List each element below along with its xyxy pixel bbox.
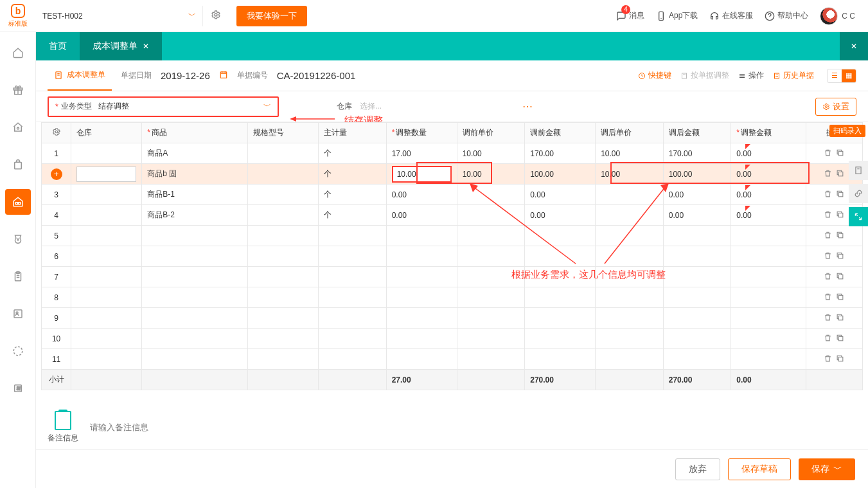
tab-home[interactable]: 首页 xyxy=(36,32,80,60)
cell-qty[interactable] xyxy=(386,226,457,246)
cell-warehouse[interactable] xyxy=(71,267,142,287)
rail-note-icon[interactable] xyxy=(849,161,868,180)
delete-icon[interactable] xyxy=(824,294,832,303)
settings-icon[interactable] xyxy=(203,10,229,22)
cell-qty[interactable] xyxy=(386,267,457,287)
tabs-close-all[interactable]: ✕ xyxy=(840,32,868,60)
gear-column-header[interactable] xyxy=(42,123,71,143)
cell-product[interactable] xyxy=(142,329,248,349)
nav-new-icon[interactable]: 新 xyxy=(5,375,31,401)
shortcut-link[interactable]: 快捷键 xyxy=(638,70,671,81)
copy-icon[interactable] xyxy=(836,170,844,179)
tab-cost-adjustment[interactable]: 成本调整单 ✕ xyxy=(80,32,162,60)
copy-icon[interactable] xyxy=(836,314,844,323)
cell-product[interactable]: 商品A xyxy=(142,143,248,164)
delete-icon[interactable] xyxy=(824,273,832,282)
cell-qty[interactable] xyxy=(386,287,457,308)
cell-adj-amount[interactable] xyxy=(731,267,806,287)
cell-product[interactable]: 商品B-1 xyxy=(142,185,248,205)
table-row[interactable]: 10 xyxy=(42,329,863,349)
remark-input[interactable] xyxy=(90,422,856,432)
nav-cloud-icon[interactable] xyxy=(5,114,31,140)
cell-spec[interactable] xyxy=(248,143,319,164)
cell-after-amount[interactable]: 170.00 xyxy=(663,143,731,164)
delete-icon[interactable] xyxy=(824,191,832,200)
table-row[interactable]: 5 xyxy=(42,226,863,246)
cell-qty[interactable]: 10.00 xyxy=(386,164,457,185)
table-row[interactable]: +商品b 固个10.0010.00100.0010.00100.000.00 xyxy=(42,164,863,185)
cell-spec[interactable] xyxy=(248,226,319,246)
cell-after-amount[interactable] xyxy=(663,308,731,329)
copy-icon[interactable] xyxy=(836,273,844,282)
delete-icon[interactable] xyxy=(824,212,832,221)
table-row[interactable]: 1商品A个17.0010.00170.0010.00170.000.00 xyxy=(42,143,863,164)
customer-service-link[interactable]: 在线客服 xyxy=(709,10,753,21)
copy-icon[interactable] xyxy=(836,191,844,200)
per-bill-link[interactable]: 按单据调整 xyxy=(680,70,729,81)
cell-spec[interactable] xyxy=(248,349,319,370)
nav-gift-icon[interactable] xyxy=(5,77,31,103)
add-row-button[interactable]: + xyxy=(51,168,62,180)
cell-spec[interactable] xyxy=(248,185,319,205)
cell-after-price[interactable]: 10.00 xyxy=(596,143,664,164)
cell-spec[interactable] xyxy=(248,329,319,349)
cell-after-price[interactable]: 10.00 xyxy=(596,164,664,185)
help-center-link[interactable]: 帮助中心 xyxy=(765,10,808,21)
cell-adj-amount[interactable] xyxy=(731,308,806,329)
rail-link-icon[interactable] xyxy=(849,184,868,203)
cell-adj-amount[interactable]: 0.00 xyxy=(731,164,806,185)
settings-button[interactable]: 设置 xyxy=(815,98,856,116)
cell-after-price[interactable] xyxy=(596,308,664,329)
delete-icon[interactable] xyxy=(824,335,832,344)
cell-product[interactable]: 商品B-2 xyxy=(142,205,248,226)
nav-money-icon[interactable] xyxy=(5,226,31,252)
operate-link[interactable]: 操作 xyxy=(738,70,764,81)
qty-input[interactable]: 10.00 xyxy=(392,166,452,183)
table-row[interactable]: 4商品B-2个0.000.000.000.00 xyxy=(42,205,863,226)
cell-adj-amount[interactable] xyxy=(731,226,806,246)
cell-adj-amount[interactable] xyxy=(731,329,806,349)
cell-product[interactable] xyxy=(142,349,248,370)
cell-after-price[interactable] xyxy=(596,329,664,349)
cell-adj-amount[interactable] xyxy=(731,349,806,370)
cell-after-amount[interactable] xyxy=(663,287,731,308)
cell-qty[interactable]: 0.00 xyxy=(386,185,457,205)
cell-adj-amount[interactable]: 0.00 xyxy=(731,143,806,164)
cell-qty[interactable] xyxy=(386,246,457,267)
cell-warehouse[interactable] xyxy=(71,205,142,226)
nav-bag-icon[interactable] xyxy=(5,152,31,177)
cell-product[interactable] xyxy=(142,226,248,246)
cell-after-amount[interactable] xyxy=(663,329,731,349)
save-button[interactable]: 保存 ﹀ xyxy=(799,458,855,480)
cell-after-price[interactable] xyxy=(596,349,664,370)
cell-product[interactable]: 商品b 固 xyxy=(142,164,248,185)
cell-after-amount[interactable]: 100.00 xyxy=(663,164,731,185)
cell-warehouse[interactable] xyxy=(71,349,142,370)
cell-adj-amount[interactable] xyxy=(731,246,806,267)
delete-icon[interactable] xyxy=(824,314,832,323)
view-grid-icon[interactable]: ▦ xyxy=(842,69,856,82)
try-button[interactable]: 我要体验一下 xyxy=(236,6,307,26)
cell-spec[interactable] xyxy=(248,164,319,185)
warehouse-placeholder[interactable]: 选择... xyxy=(360,101,382,112)
cell-warehouse[interactable] xyxy=(71,329,142,349)
cell-spec[interactable] xyxy=(248,205,319,226)
cell-qty[interactable] xyxy=(386,349,457,370)
nav-loading-icon[interactable] xyxy=(5,338,31,364)
save-draft-button[interactable]: 保存草稿 xyxy=(728,458,791,480)
cell-product[interactable] xyxy=(142,308,248,329)
cell-qty[interactable] xyxy=(386,308,457,329)
nav-warehouse-icon[interactable] xyxy=(5,189,31,215)
date-value[interactable]: 2019-12-26 xyxy=(161,70,210,81)
cell-warehouse[interactable] xyxy=(71,143,142,164)
tenant-selector[interactable]: TEST-H002 ﹀ xyxy=(36,6,203,26)
cell-after-price[interactable] xyxy=(596,287,664,308)
copy-icon[interactable] xyxy=(836,294,844,303)
cell-spec[interactable] xyxy=(248,308,319,329)
table-row[interactable]: 9 xyxy=(42,308,863,329)
delete-icon[interactable] xyxy=(824,232,832,241)
cell-spec[interactable] xyxy=(248,246,319,267)
table-row[interactable]: 6 xyxy=(42,246,863,267)
copy-icon[interactable] xyxy=(836,335,844,344)
view-toggle[interactable]: ☰ ▦ xyxy=(827,69,856,83)
